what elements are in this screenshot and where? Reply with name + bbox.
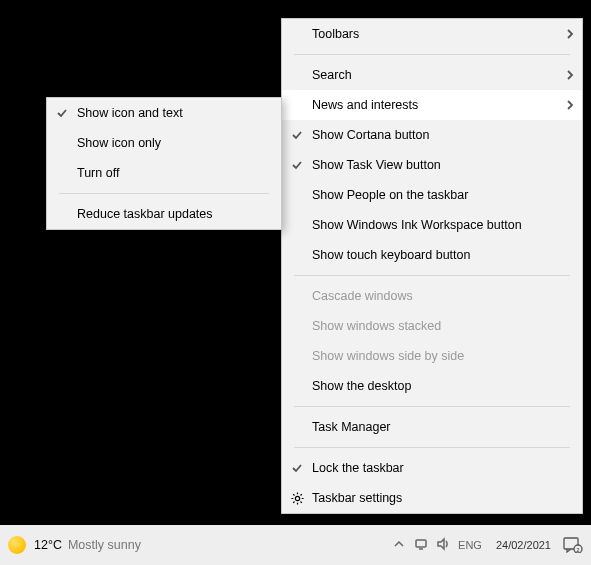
submenu-item-icon-only[interactable]: Show icon only bbox=[47, 128, 281, 158]
svg-point-0 bbox=[295, 496, 299, 500]
desktop: Toolbars Search News and interests Show … bbox=[0, 0, 591, 565]
menu-item-label: Show People on the taskbar bbox=[312, 188, 558, 202]
tray-chevron-up-icon[interactable] bbox=[392, 537, 406, 554]
menu-item-label: Show windows stacked bbox=[312, 319, 558, 333]
checkmark-icon bbox=[47, 107, 77, 119]
menu-item-cascade-windows: Cascade windows bbox=[282, 281, 582, 311]
menu-item-show-people[interactable]: Show People on the taskbar bbox=[282, 180, 582, 210]
weather-condition[interactable]: Mostly sunny bbox=[68, 538, 141, 552]
menu-separator bbox=[294, 54, 570, 55]
menu-item-show-side-by-side: Show windows side by side bbox=[282, 341, 582, 371]
menu-item-show-desktop[interactable]: Show the desktop bbox=[282, 371, 582, 401]
submenu-item-icon-and-text[interactable]: Show icon and text bbox=[47, 98, 281, 128]
menu-separator bbox=[294, 406, 570, 407]
menu-item-show-stacked: Show windows stacked bbox=[282, 311, 582, 341]
system-tray: ENG bbox=[392, 537, 482, 554]
checkmark-icon bbox=[282, 129, 312, 141]
weather-temperature[interactable]: 12°C bbox=[34, 538, 62, 552]
menu-separator bbox=[294, 275, 570, 276]
action-center-icon[interactable]: 2 bbox=[563, 537, 583, 553]
menu-item-label: Show windows side by side bbox=[312, 349, 558, 363]
menu-item-lock-taskbar[interactable]: Lock the taskbar bbox=[282, 453, 582, 483]
menu-item-label: Reduce taskbar updates bbox=[77, 207, 281, 221]
menu-item-label: Lock the taskbar bbox=[312, 461, 558, 475]
menu-item-label: Show Windows Ink Workspace button bbox=[312, 218, 558, 232]
taskbar-context-menu: Toolbars Search News and interests Show … bbox=[281, 18, 583, 514]
news-interests-submenu: Show icon and text Show icon only Turn o… bbox=[46, 97, 282, 230]
menu-item-label: Show touch keyboard button bbox=[312, 248, 558, 262]
chevron-right-icon bbox=[558, 28, 582, 40]
menu-item-show-task-view[interactable]: Show Task View button bbox=[282, 150, 582, 180]
chevron-right-icon bbox=[558, 99, 582, 111]
chevron-right-icon bbox=[558, 69, 582, 81]
network-icon[interactable] bbox=[414, 537, 428, 554]
menu-item-label: News and interests bbox=[312, 98, 558, 112]
language-indicator[interactable]: ENG bbox=[458, 539, 482, 551]
menu-item-show-cortana[interactable]: Show Cortana button bbox=[282, 120, 582, 150]
menu-item-label: Show Task View button bbox=[312, 158, 558, 172]
taskbar-date: 24/02/2021 bbox=[496, 539, 551, 551]
menu-separator bbox=[59, 193, 269, 194]
menu-item-label: Taskbar settings bbox=[312, 491, 558, 505]
menu-item-label: Turn off bbox=[77, 166, 281, 180]
menu-item-news-and-interests[interactable]: News and interests bbox=[282, 90, 582, 120]
menu-separator bbox=[294, 447, 570, 448]
submenu-item-reduce-updates[interactable]: Reduce taskbar updates bbox=[47, 199, 281, 229]
weather-sunny-icon bbox=[8, 536, 26, 554]
checkmark-icon bbox=[282, 159, 312, 171]
volume-icon[interactable] bbox=[436, 537, 450, 554]
menu-item-label: Show the desktop bbox=[312, 379, 558, 393]
submenu-item-turn-off[interactable]: Turn off bbox=[47, 158, 281, 188]
checkmark-icon bbox=[282, 462, 312, 474]
menu-item-label: Toolbars bbox=[312, 27, 558, 41]
menu-item-label: Task Manager bbox=[312, 420, 558, 434]
svg-rect-1 bbox=[416, 540, 426, 547]
menu-item-toolbars[interactable]: Toolbars bbox=[282, 19, 582, 49]
taskbar[interactable]: 12°C Mostly sunny ENG 24/02/2021 2 bbox=[0, 525, 591, 565]
menu-item-label: Show Cortana button bbox=[312, 128, 558, 142]
menu-item-task-manager[interactable]: Task Manager bbox=[282, 412, 582, 442]
menu-item-taskbar-settings[interactable]: Taskbar settings bbox=[282, 483, 582, 513]
menu-item-label: Cascade windows bbox=[312, 289, 558, 303]
menu-item-label: Search bbox=[312, 68, 558, 82]
menu-item-search[interactable]: Search bbox=[282, 60, 582, 90]
gear-icon bbox=[282, 491, 312, 506]
taskbar-clock[interactable]: 24/02/2021 bbox=[496, 539, 551, 551]
menu-item-label: Show icon only bbox=[77, 136, 281, 150]
menu-item-label: Show icon and text bbox=[77, 106, 281, 120]
menu-item-show-touch-keyboard[interactable]: Show touch keyboard button bbox=[282, 240, 582, 270]
menu-item-show-ink-workspace[interactable]: Show Windows Ink Workspace button bbox=[282, 210, 582, 240]
